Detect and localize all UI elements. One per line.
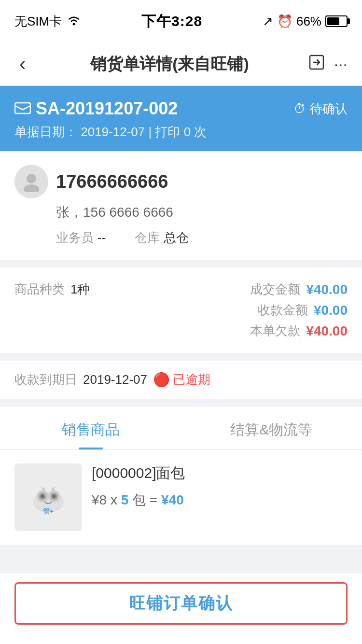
summary-section: 商品种类 1种 成交金额 ¥40.00 收款金额 ¥0.00 本单欠款 ¥40.… — [0, 267, 362, 353]
amount-label-0: 成交金额 — [250, 281, 300, 298]
amount-label-2: 本单欠款 — [250, 322, 300, 339]
product-info: [0000002]面包 ¥8 x 5 包 = ¥40 — [92, 463, 348, 509]
order-id-text: SA-20191207-002 — [36, 98, 178, 119]
salesman-value: -- — [97, 230, 106, 245]
svg-rect-2 — [15, 103, 30, 113]
tab-products[interactable]: 销售商品 — [0, 406, 181, 449]
svg-text:管+: 管+ — [43, 507, 54, 515]
due-date-label: 收款到期日 — [14, 371, 77, 388]
salesman-label: 业务员 — [56, 229, 94, 246]
product-equals: = — [150, 492, 161, 507]
overdue-text: 已逾期 — [173, 371, 210, 388]
product-type-label: 商品种类 — [14, 281, 65, 298]
amount-label-1: 收款金额 — [258, 302, 308, 319]
share-button[interactable] — [309, 55, 324, 74]
product-item: 管+ [0000002]面包 ¥8 x 5 包 = ¥40 — [0, 450, 362, 545]
avatar — [14, 165, 48, 198]
product-list: 管+ [0000002]面包 ¥8 x 5 包 = ¥40 — [0, 450, 362, 545]
status-carrier-area: 无SIM卡 — [14, 13, 81, 30]
location-icon: ↗ — [263, 14, 273, 29]
svg-point-4 — [24, 184, 39, 192]
tab-settlement-label: 结算&物流等 — [230, 421, 312, 437]
amount-value-1: ¥0.00 — [314, 303, 348, 318]
alarm-icon: ⏰ — [277, 14, 292, 29]
svg-point-0 — [73, 23, 75, 25]
order-id-icon — [14, 98, 31, 119]
order-status: ⏱ 待确认 — [293, 100, 348, 117]
tabs-section: 销售商品 结算&物流等 — [0, 406, 362, 545]
product-thumbnail: 管+ — [14, 463, 82, 531]
order-date-row: 单据日期： 2019-12-07 | 打印 0 次 — [14, 124, 348, 140]
battery-percent: 66% — [296, 14, 321, 29]
order-date-value: 2019-12-07 — [81, 125, 145, 139]
due-date-value: 2019-12-07 — [83, 372, 147, 387]
tab-settlement[interactable]: 结算&物流等 — [181, 406, 362, 449]
status-right-area: ↗ ⏰ 66% — [263, 14, 348, 29]
back-button[interactable]: ‹ — [14, 48, 30, 80]
status-text: 待确认 — [310, 100, 348, 117]
product-name: [0000002]面包 — [92, 463, 348, 483]
order-id: SA-20191207-002 — [14, 98, 178, 119]
confirm-order-button[interactable]: 旺铺订单确认 — [14, 582, 348, 625]
tab-products-label: 销售商品 — [62, 421, 120, 437]
page-title: 销货单详情(来自旺铺) — [90, 53, 249, 75]
product-price: ¥8 — [92, 492, 107, 507]
status-time: 下午3:28 — [141, 12, 202, 31]
carrier-text: 无SIM卡 — [14, 13, 62, 30]
order-print-info: | 打印 0 次 — [148, 125, 207, 139]
product-multiply: x — [111, 492, 121, 507]
nav-bar: ‹ 销货单详情(来自旺铺) ··· — [0, 42, 362, 86]
svg-point-10 — [41, 495, 44, 498]
wifi-icon — [67, 14, 81, 29]
product-unit: 包 — [132, 492, 146, 507]
customer-phone: 17666666666 — [56, 171, 168, 192]
product-total: ¥40 — [161, 492, 184, 507]
amount-value-0: ¥40.00 — [306, 282, 348, 297]
overdue-badge: 🔴 已逾期 — [153, 371, 210, 388]
warehouse-value: 总仓 — [164, 229, 189, 246]
due-date-section: 收款到期日 2019-12-07 🔴 已逾期 — [0, 361, 362, 399]
battery-icon — [325, 15, 348, 27]
order-header-banner: SA-20191207-002 ⏱ 待确认 单据日期： 2019-12-07 |… — [0, 86, 362, 151]
amount-list: 成交金额 ¥40.00 收款金额 ¥0.00 本单欠款 ¥40.00 — [250, 281, 348, 339]
amount-value-2: ¥40.00 — [306, 323, 348, 339]
bottom-action-bar: 旺铺订单确认 — [0, 572, 362, 644]
status-clock-icon: ⏱ — [293, 101, 306, 116]
tabs-header: 销售商品 结算&物流等 — [0, 406, 362, 450]
customer-meta: 业务员 -- 仓库 总仓 — [56, 229, 348, 246]
customer-section: 17666666666 张，156 6666 6666 业务员 -- 仓库 总仓 — [0, 151, 362, 260]
more-button[interactable]: ··· — [334, 55, 348, 73]
product-type-value: 1种 — [70, 281, 90, 298]
order-date-label: 单据日期： — [14, 125, 77, 139]
overdue-warning-icon: 🔴 — [153, 372, 170, 388]
warehouse-label: 仓库 — [135, 229, 160, 246]
customer-name: 张，156 6666 6666 — [56, 203, 348, 222]
svg-point-3 — [27, 174, 36, 183]
product-quantity: 5 — [121, 492, 129, 507]
nav-actions: ··· — [309, 55, 348, 74]
status-bar: 无SIM卡 下午3:28 ↗ ⏰ 66% — [0, 0, 362, 42]
svg-point-11 — [53, 495, 56, 498]
product-price-row: ¥8 x 5 包 = ¥40 — [92, 491, 348, 509]
